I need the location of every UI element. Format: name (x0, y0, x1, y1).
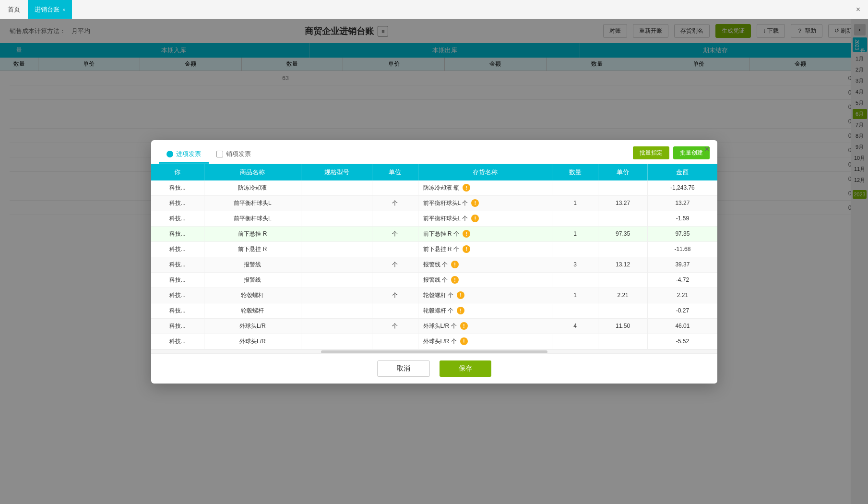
col-supplier: 你 (151, 164, 204, 180)
table-row[interactable]: 科技...报警线报警线 个 !-4.72 (151, 272, 717, 288)
col-product-name: 商品名称 (204, 164, 301, 180)
modal-overlay: 进项发票 销项发票 批量指定 批量创建 × 你 (0, 19, 868, 504)
cell-num-0: 1 (552, 288, 598, 303)
modal-footer: 取消 保存 (151, 353, 717, 384)
cell-0: 科技... (151, 257, 204, 272)
warning-icon: ! (463, 184, 470, 192)
inbound-tab-icon (166, 151, 173, 157)
cell-num-0: 3 (552, 257, 598, 272)
cell-1: 防冻冷却液 (204, 180, 301, 196)
table-row[interactable]: 科技...前下悬挂 R个前下悬挂 R 个 !197.3597.35 (151, 226, 717, 241)
batch-assign-button[interactable]: 批量指定 (633, 146, 669, 159)
cell-3 (372, 303, 418, 318)
cell-num-0 (552, 180, 598, 196)
table-row[interactable]: 科技...前平衡杆球头L个前平衡杆球头L 个 !113.2713.27 (151, 195, 717, 211)
cell-1: 外球头L/R (204, 318, 301, 334)
cell-num-2: 13.27 (648, 195, 717, 211)
table-row[interactable]: 科技...前平衡杆球头L前平衡杆球头L 个 !-1.59 (151, 211, 717, 226)
active-tab[interactable]: 进销台账 × (28, 0, 72, 19)
col-spec: 规格型号 (301, 164, 372, 180)
cell-num-0 (552, 211, 598, 226)
table-row[interactable]: 科技...报警线个报警线 个 !313.1239.37 (151, 257, 717, 272)
cancel-button[interactable]: 取消 (377, 360, 430, 377)
cell-num-2: 46.01 (648, 318, 717, 334)
cell-2 (301, 272, 372, 288)
cell-3 (372, 211, 418, 226)
tab-inbound-invoice[interactable]: 进项发票 (159, 146, 209, 164)
warning-icon: ! (451, 276, 459, 284)
cell-inventory: 前下悬挂 R 个 ! (418, 226, 552, 241)
cell-num-1 (598, 334, 648, 349)
cell-2 (301, 257, 372, 272)
scrollbar-thumb (321, 350, 547, 353)
cell-3: 个 (372, 257, 418, 272)
inbound-tab-label: 进项发票 (176, 150, 201, 158)
modal-table-container[interactable]: 你 商品名称 规格型号 单位 存货名称 数量 单价 金额 科技...防冻冷却液防… (151, 164, 717, 349)
horizontal-scrollbar[interactable] (151, 349, 717, 353)
table-row[interactable]: 科技...轮毂螺杆个轮毂螺杆 个 !12.212.21 (151, 288, 717, 303)
cell-3 (372, 180, 418, 196)
table-row[interactable]: 科技...外球头L/R外球头L/R 个 !-5.52 (151, 334, 717, 349)
table-row[interactable]: 科技...外球头L/R个外球头L/R 个 !411.5046.01 (151, 318, 717, 334)
cell-inventory: 前下悬挂 R 个 ! (418, 241, 552, 257)
col-price: 单价 (598, 164, 648, 180)
tab-close-icon[interactable]: × (62, 7, 65, 12)
cell-0: 科技... (151, 318, 204, 334)
cell-2 (301, 318, 372, 334)
cell-0: 科技... (151, 303, 204, 318)
warning-icon: ! (457, 291, 464, 299)
table-row[interactable]: 科技...防冻冷却液防冻冷却液 瓶 !-1,243.76 (151, 180, 717, 196)
warning-icon: ! (471, 215, 479, 222)
warning-icon: ! (460, 322, 468, 330)
warning-icon: ! (460, 337, 468, 345)
save-button[interactable]: 保存 (440, 360, 491, 377)
table-row[interactable]: 科技...前下悬挂 R前下悬挂 R 个 !-11.68 (151, 241, 717, 257)
cell-2 (301, 334, 372, 349)
cell-1: 前下悬挂 R (204, 226, 301, 241)
cell-1: 轮毂螺杆 (204, 288, 301, 303)
cell-inventory: 报警线 个 ! (418, 257, 552, 272)
cell-2 (301, 180, 372, 196)
cell-3: 个 (372, 318, 418, 334)
warning-icon: ! (457, 307, 464, 314)
cell-0: 科技... (151, 334, 204, 349)
cell-num-0 (552, 303, 598, 318)
cell-inventory: 外球头L/R 个 ! (418, 318, 552, 334)
cell-2 (301, 303, 372, 318)
cell-num-2: 97.35 (648, 226, 717, 241)
modal-actions: 批量指定 批量创建 (633, 146, 710, 163)
cell-2 (301, 211, 372, 226)
modal-close-button[interactable]: × (704, 145, 710, 154)
cell-inventory: 外球头L/R 个 ! (418, 334, 552, 349)
cell-1: 前平衡杆球头L (204, 195, 301, 211)
cell-2 (301, 288, 372, 303)
modal-dialog: 进项发票 销项发票 批量指定 批量创建 × 你 (151, 140, 717, 384)
cell-inventory: 报警线 个 ! (418, 272, 552, 288)
cell-num-1 (598, 272, 648, 288)
cell-inventory: 前平衡杆球头L 个 ! (418, 211, 552, 226)
cell-1: 报警线 (204, 272, 301, 288)
cell-num-2: -1.59 (648, 211, 717, 226)
cell-num-1 (598, 180, 648, 196)
cell-num-0 (552, 334, 598, 349)
window-close-button[interactable]: × (848, 5, 868, 14)
col-inventory-name: 存货名称 (418, 164, 552, 180)
col-qty: 数量 (552, 164, 598, 180)
col-unit: 单位 (372, 164, 418, 180)
invoice-table: 你 商品名称 规格型号 单位 存货名称 数量 单价 金额 科技...防冻冷却液防… (151, 164, 717, 349)
tab-outbound-invoice[interactable]: 销项发票 (209, 146, 259, 164)
outbound-tab-icon (216, 151, 223, 157)
top-bar: 首页 进销台账 × × (0, 0, 868, 19)
cell-num-2: -1,243.76 (648, 180, 717, 196)
cell-num-2: -4.72 (648, 272, 717, 288)
cell-2 (301, 241, 372, 257)
cell-0: 科技... (151, 180, 204, 196)
cell-0: 科技... (151, 211, 204, 226)
home-tab[interactable]: 首页 (0, 0, 28, 19)
cell-3 (372, 272, 418, 288)
cell-num-1 (598, 211, 648, 226)
warning-icon: ! (471, 199, 479, 207)
cell-num-1: 2.21 (598, 288, 648, 303)
table-row[interactable]: 科技...轮毂螺杆轮毂螺杆 个 !-0.27 (151, 303, 717, 318)
cell-num-2: -11.68 (648, 241, 717, 257)
